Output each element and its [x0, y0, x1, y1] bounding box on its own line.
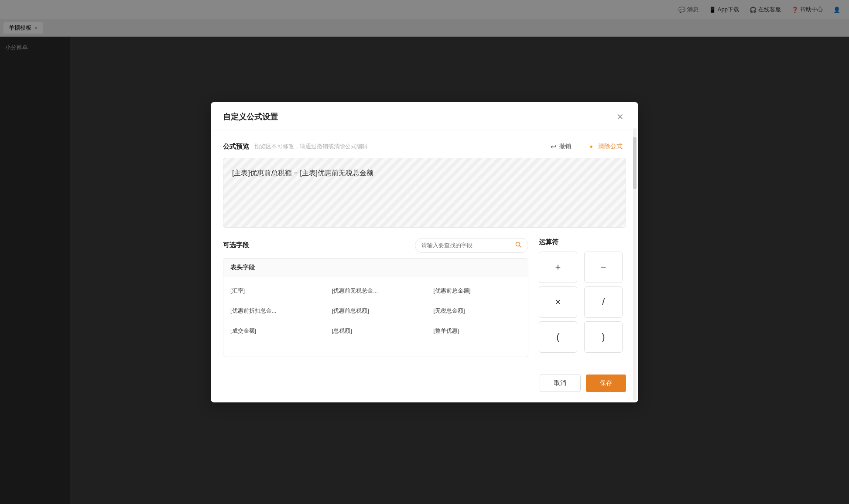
- field-pretax-notax-total[interactable]: [优惠前无税总金...: [325, 281, 427, 301]
- formula-dialog: 自定义公式设置 ✕ 公式预览 预览区不可修改，请通过撤销或清除公式编辑 ↩ 撤销: [211, 102, 638, 402]
- dialog-scrollbar-thumb: [633, 137, 637, 189]
- formula-preview-header: 公式预览 预览区不可修改，请通过撤销或清除公式编辑 ↩ 撤销 🔸 清除公式: [223, 141, 626, 153]
- op-multiply-button[interactable]: ×: [539, 286, 577, 318]
- formula-preview-hint: 预览区不可修改，请通过撤销或清除公式编辑: [254, 143, 368, 150]
- cancel-button[interactable]: 取消: [540, 375, 581, 392]
- field-total-tax[interactable]: [总税额]: [325, 321, 427, 341]
- field-transaction-amount[interactable]: [成交金额]: [223, 321, 325, 341]
- fields-table-header: 表头字段: [223, 259, 528, 277]
- op-close-paren-button[interactable]: ): [584, 321, 623, 353]
- save-button[interactable]: 保存: [586, 375, 626, 392]
- clear-formula-button[interactable]: 🔸 清除公式: [583, 141, 626, 153]
- field-pretax-discount-total[interactable]: [优惠前折扣总金...: [223, 301, 325, 321]
- fields-section-title: 可选字段: [223, 241, 249, 249]
- formula-preview-area: [主表]优惠前总税额 − [主表]优惠前无税总金额: [223, 158, 626, 228]
- formula-preview-title-group: 公式预览 预览区不可修改，请通过撤销或清除公式编辑: [223, 143, 368, 151]
- op-minus-button[interactable]: −: [584, 252, 623, 283]
- dialog-footer: 取消 保存: [211, 368, 638, 402]
- field-notax-total[interactable]: [无税总金额]: [426, 301, 528, 321]
- field-placeholder-3[interactable]: [426, 341, 528, 353]
- fields-table: 表头字段 [汇率] [优惠前无税总金... [优惠前总金额] [优惠前折扣总金.…: [223, 258, 528, 357]
- fields-search-box[interactable]: [415, 238, 528, 253]
- fields-header: 可选字段: [223, 238, 528, 253]
- modal-backdrop: 自定义公式设置 ✕ 公式预览 预览区不可修改，请通过撤销或清除公式编辑 ↩ 撤销: [0, 0, 849, 504]
- undo-icon: ↩: [551, 143, 556, 151]
- formula-actions: ↩ 撤销 🔸 清除公式: [547, 141, 626, 153]
- field-pretax-total[interactable]: [优惠前总金额]: [426, 281, 528, 301]
- op-divide-button[interactable]: /: [584, 286, 623, 318]
- svg-line-1: [520, 245, 521, 247]
- op-open-paren-button[interactable]: (: [539, 321, 577, 353]
- formula-preview-title: 公式预览: [223, 143, 249, 151]
- fields-search-input[interactable]: [421, 242, 511, 249]
- undo-button[interactable]: ↩ 撤销: [547, 141, 575, 153]
- lower-section: 可选字段 表头字段: [223, 238, 626, 357]
- dialog-close-button[interactable]: ✕: [614, 111, 626, 123]
- fields-section: 可选字段 表头字段: [223, 238, 528, 357]
- field-pretax-tax[interactable]: [优惠前总税额]: [325, 301, 427, 321]
- operators-grid: + − × / ( ): [539, 252, 626, 353]
- operators-section: 运算符 + − × / ( ): [539, 238, 626, 357]
- dialog-body: 公式预览 预览区不可修改，请通过撤销或清除公式编辑 ↩ 撤销 🔸 清除公式 [主…: [211, 130, 638, 368]
- dialog-scrollbar[interactable]: [633, 128, 637, 401]
- field-placeholder-2[interactable]: [325, 341, 427, 353]
- op-plus-button[interactable]: +: [539, 252, 577, 283]
- search-icon: [515, 241, 522, 250]
- clear-icon: 🔸: [587, 143, 596, 151]
- fields-grid: [汇率] [优惠前无税总金... [优惠前总金额] [优惠前折扣总金... [优…: [223, 277, 528, 357]
- field-order-discount[interactable]: [整单优惠]: [426, 321, 528, 341]
- formula-text: [主表]优惠前总税额 − [主表]优惠前无税总金额: [232, 169, 373, 178]
- dialog-header: 自定义公式设置 ✕: [211, 102, 638, 130]
- dialog-title: 自定义公式设置: [223, 112, 278, 122]
- field-placeholder-1[interactable]: [223, 341, 325, 353]
- operators-title: 运算符: [539, 238, 626, 246]
- close-icon: ✕: [616, 112, 624, 122]
- field-rate[interactable]: [汇率]: [223, 281, 325, 301]
